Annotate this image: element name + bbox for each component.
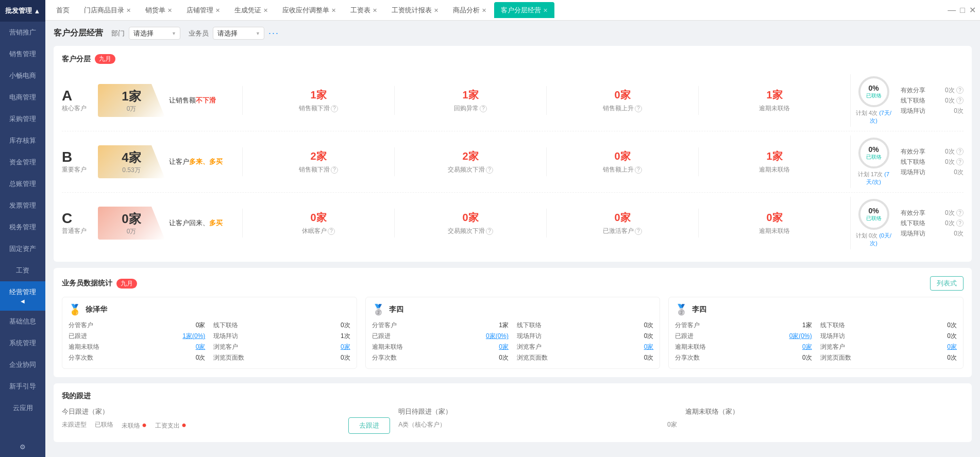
staff-m-1-6-val[interactable]: 0家 (341, 343, 350, 351)
staff-m-1-1-val: 0家 (196, 321, 206, 330)
sidebar-item-xiaoshou[interactable]: 销售管理 (0, 43, 45, 65)
info-icon-b-s2[interactable]: ? (956, 158, 964, 165)
tab-adjustment[interactable]: 应收应付调整单 ✕ (276, 2, 343, 18)
tab-restore-icon[interactable]: □ (960, 6, 965, 15)
tab-close-product-analysis[interactable]: ✕ (482, 7, 486, 14)
info-icon-1[interactable]: ? (331, 105, 338, 112)
staff-m-2-3-label: 已跟进 (372, 332, 391, 341)
tier-c-metric-1-label: 休眠客户 ? (302, 227, 335, 235)
sidebar-item-zhangzhang[interactable]: 总账管理 (0, 173, 45, 195)
info-icon-c-s1[interactable]: ? (956, 209, 964, 216)
tier-b-metric-2-num: 2家 (462, 149, 478, 163)
followup-sub-4: 工资支出 ● (155, 420, 187, 430)
sidebar-item-fapiao[interactable]: 发票管理 (0, 195, 45, 216)
staff-m-3-8-label: 浏览页面数 (820, 353, 851, 362)
more-filters-button[interactable]: ··· (268, 28, 279, 39)
dept-select-wrapper: 请选择 (129, 27, 180, 40)
sales-select[interactable]: 请选择 (213, 27, 264, 40)
staff-card-3-badge: 🥈 (675, 303, 688, 316)
staff-section: 业务员数据统计 九月 列表式 🥇 徐泽华 分管客户 0家 (54, 268, 972, 377)
staff-m-2-6-val[interactable]: 0家 (644, 343, 654, 351)
tab-payroll-report[interactable]: 工资统计报表 ✕ (385, 2, 445, 18)
info-icon-b3[interactable]: ? (635, 166, 642, 174)
sidebar-item-zijin[interactable]: 资金管理 (0, 151, 45, 173)
staff-m-1-3-val[interactable]: 1家(0%) (182, 332, 205, 341)
tab-home[interactable]: 首页 (49, 2, 76, 18)
tier-c-letter: C (62, 211, 72, 226)
sidebar-item-xitong[interactable]: 系统管理 (0, 332, 45, 354)
staff-m-1-5: 逾期未联络 0家 (69, 343, 205, 351)
staff-m-1-5-val[interactable]: 0家 (196, 343, 206, 351)
tier-a-stat-1-val: 0次 ? (945, 86, 964, 95)
sidebar-item-xiaochang[interactable]: 小畅电商 (0, 65, 45, 87)
tier-a-circle-sub: 已联络 (866, 92, 882, 99)
settings-button[interactable]: ⚙ (0, 437, 45, 457)
tier-b-circle-progress: 0% 已联络 (858, 138, 889, 168)
sidebar-item-jichu[interactable]: 基础信息 (0, 311, 45, 332)
info-icon-b-s1[interactable]: ? (956, 148, 964, 155)
info-icon-c2[interactable]: ? (486, 228, 493, 235)
tab-close-store-products[interactable]: ✕ (126, 7, 131, 14)
tab-customer-tier[interactable]: 客户分层经营 ✕ (494, 2, 554, 18)
staff-m-3-6-val[interactable]: 0家 (947, 343, 957, 351)
info-icon-3[interactable]: ? (635, 105, 642, 112)
tab-close-customer-tier[interactable]: ✕ (543, 7, 548, 14)
tab-minimize-icon[interactable]: — (948, 6, 956, 15)
list-view-button[interactable]: 列表式 (930, 276, 964, 291)
customer-tier-section: 客户分层 九月 A 核心客户 1家 0万 让销售额不下滑 (54, 46, 972, 262)
tab-close-payroll[interactable]: ✕ (373, 7, 377, 14)
tier-a-metric-4: 1家 逾期未联络 (698, 86, 850, 115)
tab-product-analysis[interactable]: 商品分析 ✕ (446, 2, 493, 18)
info-icon-c-s2[interactable]: ? (956, 219, 964, 227)
tab-store-manage[interactable]: 店铺管理 ✕ (180, 2, 227, 18)
staff-m-2-6-label: 浏览客户 (517, 343, 542, 351)
tab-payroll[interactable]: 工资表 ✕ (344, 2, 384, 18)
sidebar: 批发管理 ▲ 营销推广 销售管理 小畅电商 电商管理 采购管理 库存核算 资金管… (0, 0, 45, 457)
sidebar-item-shuiwu[interactable]: 税务管理 (0, 216, 45, 238)
staff-m-1-5-label: 逾期未联络 (69, 343, 99, 351)
tab-bar-actions: — □ ✕ (948, 5, 976, 15)
tab-close-sales-order[interactable]: ✕ (167, 7, 172, 14)
info-icon-b2[interactable]: ? (486, 166, 493, 174)
staff-m-2-5-val[interactable]: 0家 (499, 343, 509, 351)
followup-today-sub: 未跟进型 已联络 未联络 ● 工资支出 ● (62, 420, 340, 430)
info-icon-c1[interactable]: ? (328, 228, 335, 235)
tab-sales-order[interactable]: 销货单 ✕ (139, 2, 179, 18)
staff-m-3-6-label: 浏览客户 (820, 343, 845, 351)
tab-close-all-icon[interactable]: ✕ (969, 5, 976, 15)
staff-m-1-1-label: 分管客户 (69, 321, 93, 330)
info-icon-a2[interactable]: ? (956, 97, 964, 104)
sidebar-item-jingyingguanli[interactable]: 经营管理 ◀ (0, 281, 45, 311)
info-icon-c3[interactable]: ? (635, 228, 642, 235)
sidebar-item-gudingzichan[interactable]: 固定资产 (0, 238, 45, 260)
sidebar-item-kucun[interactable]: 库存核算 (0, 130, 45, 151)
tier-c-count-container: 0家 0万 (98, 207, 165, 240)
tab-store-products[interactable]: 门店商品目录 ✕ (77, 2, 138, 18)
tier-b-metric-1: 2家 销售额下滑 ? (242, 147, 394, 176)
staff-section-title: 业务员数据统计 (62, 279, 112, 288)
staff-m-3-5-val[interactable]: 0家 (802, 343, 812, 351)
staff-m-2-3-val[interactable]: 0家(0%) (486, 332, 509, 341)
sidebar-item-xietong[interactable]: 企业协同 (0, 354, 45, 376)
tab-close-payroll-report[interactable]: ✕ (434, 7, 438, 14)
sidebar-item-yingxiao[interactable]: 营销推广 (0, 22, 45, 43)
tab-close-store-manage[interactable]: ✕ (215, 7, 220, 14)
sidebar-item-yunyingyong[interactable]: 云应用 (0, 397, 45, 419)
staff-m-3-3-val[interactable]: 0家(0%) (789, 332, 812, 341)
tier-c-stat-2-label: 线下联络 (901, 219, 925, 228)
dept-select[interactable]: 请选择 (129, 27, 180, 40)
sidebar-header[interactable]: 批发管理 ▲ (0, 0, 45, 22)
info-icon-a1[interactable]: ? (956, 87, 964, 94)
tab-close-adjustment[interactable]: ✕ (331, 7, 336, 14)
goto-followup-button[interactable]: 去跟进 (348, 417, 390, 434)
sidebar-item-xinshou[interactable]: 新手引导 (0, 376, 45, 397)
tier-a-stat-3-val: 0次 (954, 107, 964, 115)
tab-generate-voucher[interactable]: 生成凭证 ✕ (228, 2, 275, 18)
sidebar-item-dianshanng[interactable]: 电商管理 (0, 87, 45, 108)
info-icon-b1[interactable]: ? (331, 166, 338, 174)
sidebar-item-caigou[interactable]: 采购管理 (0, 108, 45, 130)
tab-close-generate-voucher[interactable]: ✕ (263, 7, 268, 14)
sidebar-item-gongzi[interactable]: 工资 (0, 260, 45, 281)
info-icon-2[interactable]: ? (480, 105, 487, 112)
tier-a-count: 1家 (122, 88, 141, 105)
